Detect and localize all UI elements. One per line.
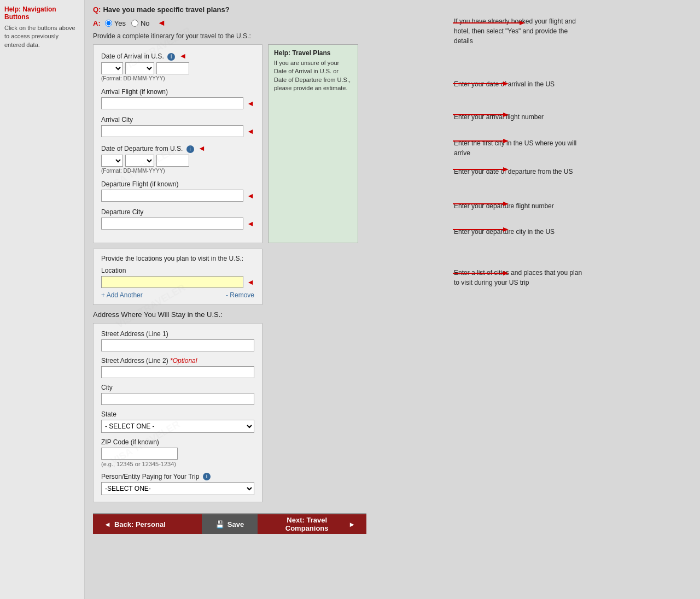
footer-bar: ◄ Back: Personal 💾 Save Next: Travel Com… [93,513,366,534]
arrival-date-label: Date of Arrival in U.S. i ◄ [101,51,254,61]
annotation-4: Enter the first city in the US where you… [454,138,580,158]
person-entity-section: Person/Entity Paying for Your Trip i -SE… [101,473,254,496]
arrival-date-group: Date of Arrival in U.S. i ◄ 010203 JANFE… [101,51,254,81]
provide-text: Provide a complete itinerary for your tr… [93,32,440,40]
next-arrow-icon: ► [348,520,355,528]
arrival-date-format: (Format: DD-MMM-YYYY) [101,75,254,81]
save-button[interactable]: 💾 Save [202,514,258,534]
add-another-link[interactable]: Add Another [101,291,143,299]
a-label: A: [93,19,101,27]
question-text: Have you made specific travel plans? [103,5,229,14]
address-title: Address Where You Will Stay in the U.S.: [93,310,440,319]
location-section-title: Provide the locations you plan to visit … [101,255,254,262]
annotations-panel: If you have already booked your flight a… [448,0,700,599]
no-option[interactable]: No [131,19,150,27]
annotation-7: Enter your departure city in the US [454,227,555,237]
city-label: City [101,384,254,391]
departure-date-format: (Format: DD-MMM-YYYY) [101,168,254,174]
question-row: Q: Have you made specific travel plans? [93,5,440,14]
annotation-3: Enter your arrival flight number [454,112,544,122]
arrival-month-select[interactable]: JANFEBMAR APRMAYJUNJUL AUGSEPOCTNOVDEC [125,62,154,74]
arrival-day-select[interactable]: 010203 [101,62,123,74]
departure-city-group: Departure City ◄ [101,208,254,230]
sidebar: Help: Navigation Buttons Click on the bu… [0,0,85,599]
annotation-2: Enter your date of arrival in the US [454,79,555,89]
help-label: Help: [4,5,21,13]
street1-label: Street Address (Line 1) [101,330,254,338]
street1-input[interactable] [101,339,254,351]
main-content: VISA TRAVELER VISA TRAVELER VISA TRAVELE… [85,0,448,599]
state-label: State [101,410,254,418]
arrival-city-input[interactable] [101,125,243,137]
state-select[interactable]: - SELECT ONE - AlabamaAlaskaArizona Cali… [101,420,254,433]
street2-group: Street Address (Line 2) *Optional [101,357,254,378]
annotation-arrows [448,0,700,599]
departure-date-group: Date of Departure from U.S. i ◄ 010203 J… [101,144,254,174]
optional-text: *Optional [170,357,197,365]
arrival-date-info-icon[interactable]: i [167,53,175,61]
arrival-city-group: Arrival City ◄ [101,116,254,137]
arrival-flight-input[interactable] [101,97,243,109]
departure-date-selects: 010203 JANFEBMAR APRMAYJUNJUL AUGSEPOCTN… [101,155,254,167]
zip-input[interactable] [101,448,178,460]
departure-flight-input[interactable] [101,190,243,202]
help-box-body: If you are unsure of your Date of Arriva… [274,59,352,93]
annotation-8: Enter a list of cities and places that y… [454,268,585,287]
arrival-city-label: Arrival City [101,116,254,124]
departure-month-select[interactable]: JANFEBMAR APRMAYJUNJUL AUGSEPOCTNOVDEC [125,155,154,167]
yes-option[interactable]: Yes [105,19,126,27]
street2-label: Street Address (Line 2) *Optional [101,357,254,365]
state-group: State - SELECT ONE - AlabamaAlaskaArizon… [101,410,254,433]
yes-no-arrow: ◄ [158,18,166,28]
person-entity-info-icon[interactable]: i [203,473,211,480]
city-group: City [101,384,254,405]
back-arrow-icon: ◄ [104,520,111,528]
annotation-5: Enter your date of departure from the US [454,167,573,177]
arrival-year-input[interactable] [156,62,189,74]
next-button[interactable]: Next: Travel Companions ► [258,514,366,534]
yes-radio[interactable] [105,20,112,27]
location-input[interactable] [101,276,243,288]
street1-group: Street Address (Line 1) [101,330,254,351]
sidebar-help-title: Help: Navigation Buttons [4,5,80,21]
arrival-flight-label: Arrival Flight (if known) [101,88,254,96]
departure-flight-label: Departure Flight (if known) [101,180,254,188]
save-icon: 💾 [215,520,224,528]
address-section: Address Where You Will Stay in the U.S.:… [93,310,440,503]
zip-group: ZIP Code (if known) (e.g., 12345 or 1234… [101,438,254,467]
travel-plans-radio-group: Yes No ◄ [105,18,166,28]
itinerary-form-box: Date of Arrival in U.S. i ◄ 010203 JANFE… [93,44,262,243]
arrival-flight-group: Arrival Flight (if known) ◄ [101,88,254,109]
annotation-1: If you have already booked your flight a… [454,16,585,46]
person-entity-select[interactable]: -SELECT ONE- Self Employer U.S. Host/Con… [101,482,254,495]
departure-date-info-icon[interactable]: i [186,145,194,153]
q-label: Q: [93,5,101,14]
departure-city-input[interactable] [101,218,243,230]
location-label: Location [101,267,254,274]
back-label: Back: Personal [114,520,166,528]
zip-hint: (e.g., 12345 or 12345-1234) [101,461,254,467]
annotation-6: Enter your departure flight number [454,201,554,211]
departure-year-input[interactable] [156,155,189,167]
answer-row: A: Yes No ◄ [93,18,440,28]
travel-plans-help-box: Help: Travel Plans If you are unsure of … [268,44,358,243]
departure-day-select[interactable]: 010203 [101,155,123,167]
address-box: Street Address (Line 1) Street Address (… [93,323,262,503]
back-button[interactable]: ◄ Back: Personal [93,514,202,534]
save-label: Save [228,520,244,528]
zip-label: ZIP Code (if known) [101,438,254,446]
remove-link[interactable]: Remove [226,291,254,299]
help-box-title: Help: Travel Plans [274,49,352,57]
location-section: Provide the locations you plan to visit … [93,249,262,305]
sidebar-help-text: Click on the buttons above to access pre… [4,24,80,49]
departure-city-label: Departure City [101,208,254,216]
location-actions: Add Another Remove [101,291,254,299]
yes-label: Yes [114,19,126,27]
departure-date-label: Date of Departure from U.S. i ◄ [101,144,254,153]
next-label: Next: Travel Companions [269,516,345,532]
street2-input[interactable] [101,366,254,378]
no-radio[interactable] [131,20,138,27]
city-input[interactable] [101,393,254,405]
itinerary-row: Date of Arrival in U.S. i ◄ 010203 JANFE… [93,44,440,243]
arrival-date-selects: 010203 JANFEBMAR APRMAYJUNJUL AUGSEPOCTN… [101,62,254,74]
